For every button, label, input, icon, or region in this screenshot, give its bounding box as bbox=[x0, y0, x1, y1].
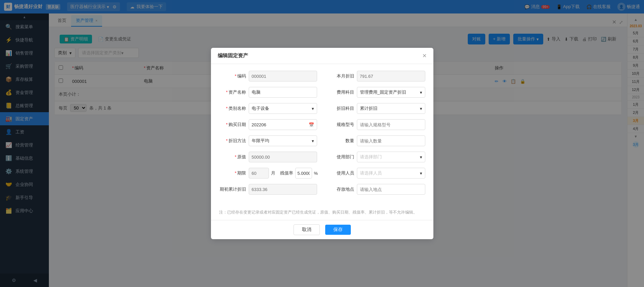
dept-placeholder: 请选择部门 bbox=[360, 154, 382, 160]
dept-select[interactable]: 请选择部门 ▾ bbox=[357, 152, 425, 162]
spec-input[interactable] bbox=[357, 119, 425, 130]
modal-overlay: 编辑固定资产 ✕ *编码 *资产名称 bbox=[0, 0, 644, 287]
initial-dep-input[interactable] bbox=[249, 184, 317, 195]
modal-right-col: 本月折旧 费用科目 管理费用_固定资产折旧 ▾ bbox=[327, 71, 425, 200]
purchase-date-value: 202206 bbox=[252, 122, 266, 127]
name-label: *资产名称 bbox=[219, 89, 246, 95]
form-row-purchase-date: *购买日期 202206 📅 bbox=[219, 119, 317, 130]
user-placeholder: 请选择人员 bbox=[360, 170, 382, 176]
save-button[interactable]: 保存 bbox=[325, 225, 351, 235]
dep-subject-value: 累计折旧 bbox=[360, 105, 377, 111]
form-row-dep-method: *折旧方法 年限平均 ▾ bbox=[219, 135, 317, 146]
category-select-chevron: ▾ bbox=[312, 106, 314, 111]
original-value-input[interactable] bbox=[249, 152, 317, 162]
expense-subject-label: 费用科目 bbox=[327, 89, 354, 95]
user-select[interactable]: 请选择人员 ▾ bbox=[357, 168, 425, 179]
form-row-category: *类别名称 电子设备 ▾ bbox=[219, 103, 317, 114]
location-input[interactable] bbox=[357, 184, 425, 195]
expense-subject-chevron: ▾ bbox=[420, 90, 422, 95]
modal-left-col: *编码 *资产名称 *类别名称 电子设备 bbox=[219, 71, 317, 200]
expense-subject-select[interactable]: 管理费用_固定资产折旧 ▾ bbox=[357, 87, 425, 98]
user-chevron: ▾ bbox=[420, 171, 422, 176]
category-select-value: 电子设备 bbox=[252, 105, 269, 111]
dep-subject-chevron: ▾ bbox=[420, 106, 422, 111]
form-row-location: 存放地点 bbox=[327, 184, 425, 195]
form-row-initial-dep: 期初累计折旧 bbox=[219, 184, 317, 195]
purchase-date-input[interactable]: 202206 📅 bbox=[249, 119, 317, 130]
monthly-dep-label: 本月折旧 bbox=[327, 73, 354, 79]
original-value-label: *原值 bbox=[219, 154, 246, 160]
code-label: *编码 bbox=[219, 73, 246, 79]
monthly-dep-input[interactable] bbox=[357, 71, 425, 82]
modal-title: 编辑固定资产 bbox=[218, 53, 248, 59]
name-input[interactable] bbox=[249, 87, 317, 98]
dep-subject-label: 折旧科目 bbox=[327, 105, 354, 111]
modal-notice-text: 注：已经存在变更记录或者对应固定资产已经生成凭证，原值、购买日期、残值率、累计折… bbox=[219, 210, 417, 215]
dep-method-select[interactable]: 年限平均 ▾ bbox=[249, 135, 317, 146]
dep-method-chevron: ▾ bbox=[312, 138, 314, 144]
form-row-spec: 规格型号 bbox=[327, 119, 425, 130]
dept-label: 使用部门 bbox=[327, 154, 354, 160]
dept-chevron: ▾ bbox=[420, 155, 422, 160]
form-row-dept: 使用部门 请选择部门 ▾ bbox=[327, 152, 425, 162]
user-label: 使用人员 bbox=[327, 170, 354, 176]
period-unit-label: 月 bbox=[271, 170, 275, 176]
dep-method-value: 年限平均 bbox=[252, 138, 269, 144]
form-row-user: 使用人员 请选择人员 ▾ bbox=[327, 168, 425, 179]
dep-subject-select[interactable]: 累计折旧 ▾ bbox=[357, 103, 425, 114]
period-input[interactable] bbox=[249, 168, 269, 179]
residual-rate-unit: % bbox=[314, 171, 318, 176]
form-row-dep-subject: 折旧科目 累计折旧 ▾ bbox=[327, 103, 425, 114]
modal-header: 编辑固定资产 ✕ bbox=[211, 48, 433, 64]
form-row-quantity: 数量 bbox=[327, 135, 425, 146]
modal-close-button[interactable]: ✕ bbox=[422, 53, 427, 59]
form-row-name: *资产名称 bbox=[219, 87, 317, 98]
period-label: *期限 bbox=[219, 170, 246, 176]
edit-fixed-asset-modal: 编辑固定资产 ✕ *编码 *资产名称 bbox=[211, 48, 433, 239]
residual-rate-label: 残值率 bbox=[280, 170, 293, 176]
form-row-original-value: *原值 bbox=[219, 152, 317, 162]
form-row-expense-subject: 费用科目 管理费用_固定资产折旧 ▾ bbox=[327, 87, 425, 98]
quantity-input[interactable] bbox=[357, 135, 425, 146]
period-group: 月 残值率 % bbox=[249, 168, 317, 179]
expense-subject-value: 管理费用_固定资产折旧 bbox=[360, 89, 406, 95]
modal-footer: 取消 保存 bbox=[211, 220, 433, 239]
category-select[interactable]: 电子设备 ▾ bbox=[249, 103, 317, 114]
cancel-button[interactable]: 取消 bbox=[294, 224, 320, 235]
initial-dep-label: 期初累计折旧 bbox=[219, 186, 246, 192]
form-row-period: *期限 月 残值率 % bbox=[219, 168, 317, 179]
spec-label: 规格型号 bbox=[327, 122, 354, 128]
form-row-monthly-dep: 本月折旧 bbox=[327, 71, 425, 82]
quantity-label: 数量 bbox=[327, 138, 354, 144]
category-label: *类别名称 bbox=[219, 105, 246, 111]
form-row-code: *编码 bbox=[219, 71, 317, 82]
modal-notice: 注：已经存在变更记录或者对应固定资产已经生成凭证，原值、购买日期、残值率、累计折… bbox=[211, 207, 433, 220]
location-label: 存放地点 bbox=[327, 186, 354, 192]
residual-rate-input[interactable] bbox=[295, 168, 312, 179]
purchase-date-label: *购买日期 bbox=[219, 122, 246, 128]
calendar-icon: 📅 bbox=[309, 122, 314, 127]
dep-method-label: *折旧方法 bbox=[219, 138, 246, 144]
modal-body: *编码 *资产名称 *类别名称 电子设备 bbox=[211, 64, 433, 207]
code-input[interactable] bbox=[249, 71, 317, 82]
